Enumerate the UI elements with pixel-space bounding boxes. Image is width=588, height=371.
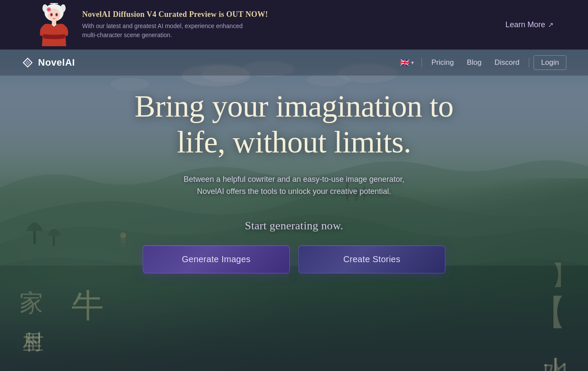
svg-point-5 <box>56 14 58 16</box>
banner-title: NovelAI Diffusion V4 Curated Preview is … <box>82 10 268 19</box>
hero-start-text: Start generating now. <box>245 219 343 232</box>
discord-link[interactable]: Discord <box>489 56 525 70</box>
blog-link[interactable]: Blog <box>462 56 487 70</box>
svg-point-4 <box>51 14 52 16</box>
nav-separator-2 <box>529 58 529 67</box>
svg-point-22 <box>26 61 29 64</box>
learn-more-button[interactable]: Learn More ↗ <box>505 20 553 29</box>
character-illustration <box>37 3 71 46</box>
banner-right[interactable]: Learn More ↗ <box>505 20 553 29</box>
nav-separator <box>422 58 422 67</box>
novelai-logo-icon <box>22 57 34 69</box>
create-stories-button[interactable]: Create Stories <box>298 245 445 273</box>
chevron-down-icon: ▾ <box>411 60 414 66</box>
hero-subtext: Between a helpful cowriter and an easy-t… <box>184 173 404 198</box>
pricing-link[interactable]: Pricing <box>426 56 459 70</box>
hero-buttons: Generate Images Create Stories <box>143 245 445 273</box>
external-link-icon: ↗ <box>548 21 553 29</box>
nav-logo[interactable]: NovelAI <box>22 57 75 69</box>
banner-subtitle: With our latest and greatest AI model, e… <box>82 22 268 40</box>
nav-right: 🇬🇧 ▾ Pricing Blog Discord Login <box>396 55 566 70</box>
announcement-banner: NovelAI Diffusion V4 Curated Preview is … <box>0 0 588 50</box>
generate-images-button[interactable]: Generate Images <box>143 245 290 273</box>
svg-point-8 <box>48 9 50 10</box>
hero-headline: Bring your imagination to life, without … <box>134 89 453 160</box>
navbar: NovelAI 🇬🇧 ▾ Pricing Blog Discord Login <box>0 50 588 76</box>
banner-left: NovelAI Diffusion V4 Curated Preview is … <box>35 3 268 46</box>
banner-character <box>35 3 74 46</box>
flag-icon: 🇬🇧 <box>400 58 409 67</box>
hero-section: 村里 家 牛 山水 【 】 NovelAI 🇬🇧 ▾ Pricing Blog … <box>0 50 588 371</box>
nav-logo-text: NovelAI <box>38 57 75 68</box>
banner-text-block: NovelAI Diffusion V4 Curated Preview is … <box>82 10 268 40</box>
hero-content: Bring your imagination to life, without … <box>0 50 588 371</box>
login-button[interactable]: Login <box>534 55 566 70</box>
language-selector[interactable]: 🇬🇧 ▾ <box>396 55 417 70</box>
